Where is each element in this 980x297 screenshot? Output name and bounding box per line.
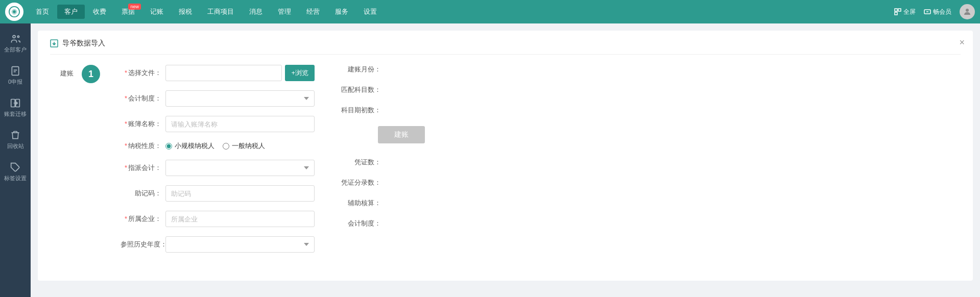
sidebar-item-recycle[interactable]: 回收站 (0, 125, 31, 155)
ledger-name-row: *账簿名称： (121, 116, 315, 132)
radio-small-input[interactable] (165, 143, 172, 150)
svg-rect-2 (895, 9, 897, 11)
tax-type-radio-group: 小规模纳税人 一般纳税人 (165, 141, 315, 151)
nav-right-area: 全屏 畅会员 (894, 4, 975, 19)
history-year-label: 参照历史年度： (121, 240, 161, 249)
nav-item-settings[interactable]: 设置 (356, 5, 384, 19)
panel-title: 导爷数据导入 (62, 39, 105, 48)
svg-rect-4 (895, 12, 897, 15)
accountant-label: *指派会计： (121, 163, 161, 172)
svg-point-7 (13, 35, 15, 38)
accounting-system-row: *会计制度： (121, 90, 315, 107)
ledger-name-label: *账簿名称： (121, 119, 161, 129)
nav-item-accounting[interactable]: 记账 (143, 5, 171, 19)
sidebar-item-all-clients[interactable]: 全部客户 (0, 29, 31, 59)
history-year-select[interactable] (165, 236, 315, 253)
svg-rect-9 (12, 67, 18, 76)
file-row: *选择文件： +浏览 (121, 65, 315, 81)
memo-input[interactable] (165, 185, 315, 202)
tax-type-label: *纳税性质： (121, 141, 161, 151)
import-panel: 导爷数据导入 × 建账 1 *选择文件： (38, 31, 973, 281)
accounting-system-label: *会计制度： (121, 94, 161, 103)
fullscreen-label: 全屏 (903, 8, 916, 16)
nav-item-invoice[interactable]: 票据 new (114, 5, 142, 19)
step-label: 建账 (60, 69, 74, 78)
new-badge: new (128, 4, 141, 10)
svg-point-8 (17, 36, 19, 37)
top-navigation: 首页 客户 收费 票据 new 记账 报税 工商项目 消息 管理 经营 服务 设… (0, 0, 980, 23)
sidebar: 全部客户 0申报 账套迁移 回收站 标签设置 (0, 23, 31, 297)
info-match-row: 匹配科目数： (335, 85, 468, 94)
fullscreen-button[interactable]: 全屏 (894, 8, 916, 16)
radio-general-taxpayer[interactable]: 一般纳税人 (223, 141, 265, 151)
radio-small-taxpayer[interactable]: 小规模纳税人 (165, 141, 214, 151)
nav-item-tax[interactable]: 报税 (172, 5, 199, 19)
radio-small-label: 小规模纳税人 (175, 141, 214, 151)
step-circle: 1 (82, 65, 100, 83)
sidebar-item-tag-settings[interactable]: 标签设置 (0, 157, 31, 187)
file-input-wrap: +浏览 (165, 65, 315, 81)
company-row: *所属企业： (121, 211, 315, 227)
info-period-row: 科目期初数： (335, 106, 468, 115)
info-voucher-entries-label: 凭证分录数： (335, 178, 381, 187)
nav-item-business[interactable]: 工商项目 (200, 5, 241, 19)
form-container: 建账 1 *选择文件： +浏览 (50, 65, 961, 262)
import-icon (50, 39, 58, 47)
sidebar-label-tag-settings: 标签设置 (4, 175, 27, 182)
right-info: 建账月份： 匹配科目数： 科目期初数： 建账 凭证数： (335, 65, 468, 262)
main-content: 导爷数据导入 × 建账 1 *选择文件： (31, 23, 980, 297)
info-voucher-label: 凭证数： (335, 158, 381, 167)
nav-menu: 首页 客户 收费 票据 new 记账 报税 工商项目 消息 管理 经营 服务 设… (29, 5, 894, 19)
accountant-row: *指派会计： (121, 160, 315, 176)
main-layout: 全部客户 0申报 账套迁移 回收站 标签设置 导爷数据导入 × (0, 23, 980, 297)
left-form: *选择文件： +浏览 *会计制度： (121, 65, 315, 262)
svg-point-1 (13, 10, 16, 13)
sidebar-label-account-migration: 账套迁移 (4, 110, 27, 118)
browse-button[interactable]: +浏览 (285, 65, 315, 81)
panel-header: 导爷数据导入 (50, 39, 961, 55)
info-month-row: 建账月份： (335, 65, 468, 74)
sidebar-label-zero-declaration: 0申报 (8, 78, 22, 86)
info-voucher-row: 凭证数： (335, 158, 468, 167)
history-year-row: 参照历史年度： (121, 236, 315, 253)
accountant-select[interactable] (165, 160, 315, 176)
memo-row: 助记码： (121, 185, 315, 202)
radio-general-label: 一般纳税人 (232, 141, 265, 151)
info-period-label: 科目期初数： (335, 106, 381, 115)
accounting-system-select[interactable] (165, 90, 315, 107)
company-input[interactable] (165, 211, 315, 227)
nav-item-operation[interactable]: 经营 (299, 5, 327, 19)
info-voucher-entries-row: 凭证分录数： (335, 178, 468, 187)
member-button[interactable]: 畅会员 (924, 8, 951, 16)
nav-item-home[interactable]: 首页 (29, 5, 56, 19)
svg-point-6 (966, 9, 969, 12)
nav-item-client[interactable]: 客户 (57, 5, 85, 19)
panel-close-button[interactable]: × (959, 38, 965, 47)
memo-label: 助记码： (121, 189, 161, 198)
nav-item-fee[interactable]: 收费 (86, 5, 113, 19)
step-section: 建账 1 (60, 65, 100, 262)
info-match-label: 匹配科目数： (335, 85, 381, 94)
sidebar-label-recycle: 回收站 (7, 142, 24, 150)
create-account-button[interactable]: 建账 (378, 126, 425, 143)
svg-rect-3 (898, 9, 901, 11)
info-accounting-system-label: 会计制度： (335, 219, 381, 228)
sidebar-label-all-clients: 全部客户 (4, 46, 27, 54)
tax-type-row: *纳税性质： 小规模纳税人 一般纳税人 (121, 141, 315, 151)
info-accounting-system-row: 会计制度： (335, 219, 468, 228)
company-label: *所属企业： (121, 214, 161, 224)
file-path-input[interactable] (165, 65, 282, 81)
info-auxiliary-row: 辅助核算： (335, 199, 468, 208)
nav-item-service[interactable]: 服务 (328, 5, 355, 19)
file-label: *选择文件： (121, 68, 161, 78)
ledger-name-input[interactable] (165, 116, 315, 132)
radio-general-input[interactable] (223, 143, 229, 150)
sidebar-item-zero-declaration[interactable]: 0申报 (0, 61, 31, 91)
user-avatar[interactable] (960, 4, 975, 19)
nav-item-message[interactable]: 消息 (242, 5, 270, 19)
sidebar-item-account-migration[interactable]: 账套迁移 (0, 93, 31, 123)
info-auxiliary-label: 辅助核算： (335, 199, 381, 208)
app-logo[interactable] (5, 3, 23, 21)
nav-item-manage[interactable]: 管理 (271, 5, 298, 19)
info-month-label: 建账月份： (335, 65, 381, 74)
